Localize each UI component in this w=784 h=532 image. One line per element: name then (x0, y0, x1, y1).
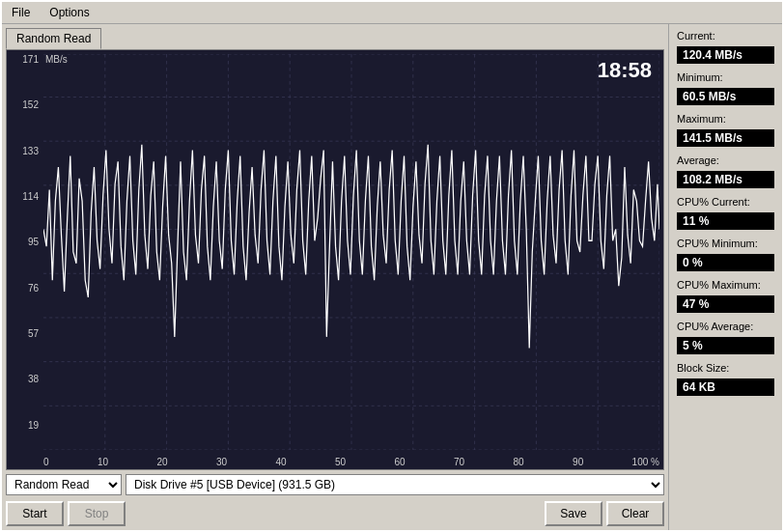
current-value: 120.4 MB/s (677, 46, 774, 64)
y-label-171: 171 (9, 54, 42, 65)
average-value: 108.2 MB/s (677, 171, 774, 188)
cpu-average-label: CPU% Average: (677, 321, 774, 332)
main-content: Random Read MB/s 18:58 171 152 133 114 9… (2, 24, 782, 530)
minimum-value: 60.5 MB/s (677, 88, 774, 105)
tab-random-read[interactable]: Random Read (6, 28, 101, 49)
x-label-50: 50 (335, 457, 346, 467)
cpu-minimum-value: 0 % (677, 254, 774, 271)
y-label-19: 19 (9, 420, 42, 431)
y-label-152: 152 (9, 99, 42, 110)
current-label: Current: (677, 30, 774, 42)
x-label-40: 40 (276, 457, 287, 467)
x-label-70: 70 (454, 457, 464, 467)
chart-svg-container (43, 54, 659, 450)
y-label-76: 76 (9, 283, 42, 294)
y-label-114: 114 (9, 191, 42, 202)
cpu-maximum-label: CPU% Maximum: (677, 279, 774, 291)
cpu-minimum-label: CPU% Minimum: (677, 238, 774, 249)
start-button[interactable]: Start (6, 501, 64, 526)
x-label-100: 100 % (632, 457, 659, 467)
block-size-label: Block Size: (677, 362, 774, 374)
unit-label: MB/s (45, 54, 68, 65)
x-axis-labels: 0 10 20 30 40 50 60 70 80 90 100 % (43, 457, 659, 467)
minimum-label: Minimum: (677, 71, 774, 83)
main-window: File Options Random Read MB/s 18:58 171 (0, 0, 784, 532)
block-size-value: 64 KB (677, 378, 774, 396)
chart-timestamp: 18:58 (598, 58, 652, 83)
mode-dropdown[interactable]: Random Read Sequential Read Random Write… (6, 474, 122, 495)
x-label-80: 80 (514, 457, 524, 467)
x-label-60: 60 (395, 457, 406, 467)
cpu-current-value: 11 % (677, 212, 774, 230)
left-panel: Random Read MB/s 18:58 171 152 133 114 9… (2, 24, 668, 530)
maximum-label: Maximum: (677, 113, 774, 125)
x-label-30: 30 (216, 457, 227, 467)
right-panel: Current: 120.4 MB/s Minimum: 60.5 MB/s M… (668, 24, 782, 530)
x-label-0: 0 (43, 457, 49, 467)
tab-bar: Random Read (2, 24, 668, 49)
cpu-maximum-value: 47 % (677, 295, 774, 313)
menu-bar: File Options (2, 2, 782, 24)
maximum-value: 141.5 MB/s (677, 129, 774, 147)
y-label-133: 133 (9, 146, 42, 156)
x-label-10: 10 (98, 457, 108, 467)
x-label-20: 20 (156, 457, 167, 467)
controls-bar: Random Read Sequential Read Random Write… (2, 470, 668, 499)
drive-dropdown[interactable]: Disk Drive #5 [USB Device] (931.5 GB) (126, 474, 664, 495)
cpu-current-label: CPU% Current: (677, 196, 774, 208)
x-label-90: 90 (573, 457, 583, 467)
y-label-38: 38 (9, 374, 42, 384)
save-button[interactable]: Save (545, 501, 602, 526)
y-label-95: 95 (9, 237, 42, 247)
chart-area: MB/s 18:58 171 152 133 114 95 76 57 38 1… (6, 49, 664, 470)
menu-options[interactable]: Options (43, 4, 95, 21)
clear-button[interactable]: Clear (606, 501, 664, 526)
y-label-57: 57 (9, 328, 42, 339)
cpu-average-value: 5 % (677, 337, 774, 354)
chart-inner: MB/s 18:58 171 152 133 114 95 76 57 38 1… (7, 50, 663, 469)
buttons-bar: Start Stop Save Clear (2, 499, 668, 530)
menu-file[interactable]: File (6, 4, 36, 21)
stop-button[interactable]: Stop (68, 501, 126, 526)
average-label: Average: (677, 154, 774, 166)
y-axis-labels: 171 152 133 114 95 76 57 38 19 (7, 50, 43, 469)
